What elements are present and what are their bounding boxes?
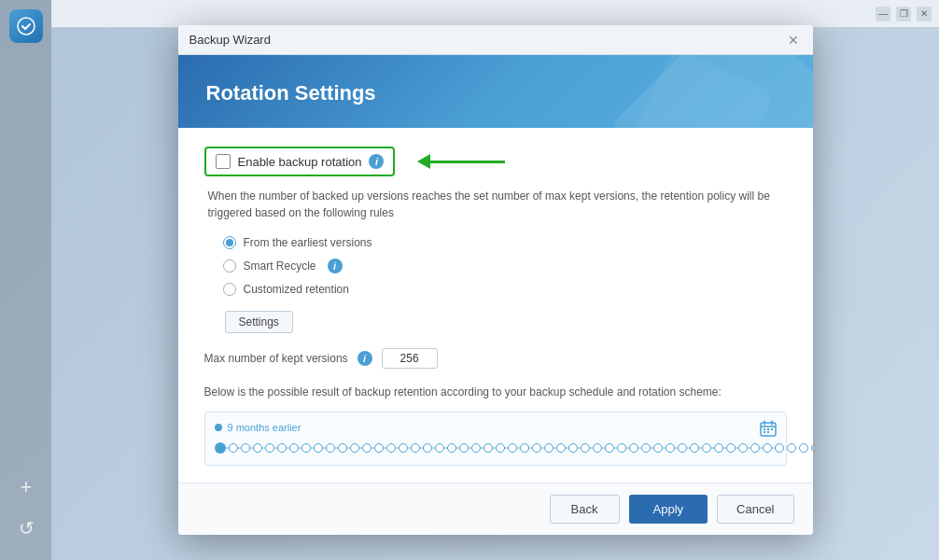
svg-rect-5 [764, 428, 765, 430]
timeline-container: 9 months earlier [204, 412, 787, 466]
radio-row-customized: Customized retention [223, 283, 787, 296]
modal-header: Rotation Settings [178, 55, 813, 128]
timeline-circle [484, 443, 493, 453]
calendar-icon[interactable] [760, 420, 777, 441]
timeline-circle [678, 443, 687, 453]
timeline-label: 9 months earlier [215, 422, 777, 433]
arrow-head [417, 154, 430, 169]
timeline-circle [350, 443, 359, 453]
timeline-circle [447, 443, 456, 453]
backup-wizard-modal: Backup Wizard ✕ Rotation Settings Enable… [178, 25, 813, 535]
timeline-circle [811, 443, 813, 453]
timeline-circle [726, 443, 736, 453]
timeline-circle [265, 443, 274, 453]
timeline-circle [435, 443, 444, 453]
timeline-circle [229, 443, 238, 453]
enable-backup-rotation-label: Enable backup rotation [238, 155, 362, 169]
timeline-circle [520, 443, 529, 453]
timeline-circle [241, 443, 250, 453]
timeline-circle [338, 443, 347, 453]
svg-rect-9 [767, 431, 769, 433]
max-versions-info-icon[interactable]: i [357, 351, 372, 366]
max-versions-row: Max number of kept versions i [204, 348, 787, 369]
timeline-circle [750, 443, 760, 453]
modal-body: Enable backup rotation i When the number… [178, 128, 813, 483]
timeline-circle [289, 443, 299, 453]
timeline-circle [508, 443, 517, 453]
radio-from-earliest[interactable] [223, 236, 236, 249]
svg-rect-8 [764, 431, 765, 433]
timeline-circle [787, 443, 796, 453]
timeline-circle [301, 443, 311, 453]
settings-button[interactable]: Settings [225, 311, 293, 333]
radio-label-smart-recycle: Smart Recycle [244, 259, 316, 273]
timeline-circle [496, 443, 505, 453]
timeline-circle [605, 443, 614, 453]
timeline-circle [738, 443, 748, 453]
timeline-circle [399, 443, 408, 453]
modal-title: Backup Wizard [189, 33, 271, 47]
timeline-label-text: 9 months earlier [228, 422, 301, 433]
desktop: + ↺ — ❐ ✕ Backup Wizard ✕ Rotation Setti… [0, 0, 939, 560]
radio-row-smart-recycle: Smart Recycle i [223, 259, 787, 273]
back-button[interactable]: Back [550, 495, 620, 524]
modal-footer: Back Apply Cancel [178, 483, 813, 535]
timeline-circle [556, 443, 566, 453]
timeline-circle [775, 443, 784, 453]
enable-backup-rotation-checkbox[interactable] [216, 154, 231, 169]
timeline-circle [386, 443, 396, 453]
timeline-circle [702, 443, 711, 453]
timeline-circle [653, 443, 663, 453]
timeline-circle [714, 443, 723, 453]
timeline-circle [459, 443, 469, 453]
radio-label-from-earliest: From the earliest versions [244, 236, 372, 249]
timeline-circle [374, 443, 384, 453]
timeline-circle [544, 443, 554, 453]
cancel-button[interactable]: Cancel [717, 495, 793, 524]
svg-rect-7 [771, 428, 773, 430]
modal-close-button[interactable]: ✕ [785, 32, 802, 49]
rotation-description: When the number of backed up versions re… [208, 188, 787, 221]
timeline-circle [690, 443, 699, 453]
enable-backup-rotation-row: Enable backup rotation i [204, 147, 396, 176]
app-icon[interactable] [9, 9, 43, 43]
timeline-start [215, 442, 226, 454]
history-icon[interactable]: ↺ [9, 511, 43, 545]
timeline-circle [411, 443, 420, 453]
radio-smart-recycle[interactable] [223, 259, 236, 273]
retention-policy-radio-group: From the earliest versions Smart Recycle… [223, 236, 787, 296]
svg-point-0 [18, 18, 35, 35]
modal-header-title: Rotation Settings [206, 81, 785, 105]
timeline-circle [362, 443, 371, 453]
timeline-circle [314, 443, 323, 453]
max-versions-label: Max number of kept versions [204, 352, 348, 365]
timeline-circle [617, 443, 626, 453]
timeline-track [215, 439, 777, 457]
timeline-circle [763, 443, 772, 453]
timeline-circle [471, 443, 481, 453]
radio-row-from-earliest: From the earliest versions [223, 236, 787, 249]
svg-rect-6 [767, 428, 769, 430]
timeline-circle [593, 443, 602, 453]
timeline-circle [423, 443, 432, 453]
timeline-circle [666, 443, 675, 453]
modal-titlebar: Backup Wizard ✕ [178, 25, 813, 55]
arrow-line [430, 161, 505, 163]
smart-recycle-info-icon[interactable]: i [328, 259, 343, 273]
timeline-circles [215, 442, 777, 454]
timeline-circle [253, 443, 262, 453]
add-icon[interactable]: + [9, 470, 43, 504]
taskbar-bottom-icons: + ↺ [9, 470, 43, 545]
timeline-circle [532, 443, 541, 453]
radio-customized-retention[interactable] [223, 283, 236, 296]
max-versions-input[interactable] [382, 348, 438, 369]
backup-rotation-info-icon[interactable]: i [369, 154, 384, 169]
timeline-dot [215, 424, 222, 431]
below-description: Below is the possible result of backup r… [204, 384, 787, 400]
apply-button[interactable]: Apply [629, 495, 708, 524]
radio-label-customized: Customized retention [244, 283, 349, 296]
timeline-circle [326, 443, 335, 453]
timeline-circle [277, 443, 287, 453]
timeline-circle [629, 443, 638, 453]
timeline-circle [568, 443, 578, 453]
